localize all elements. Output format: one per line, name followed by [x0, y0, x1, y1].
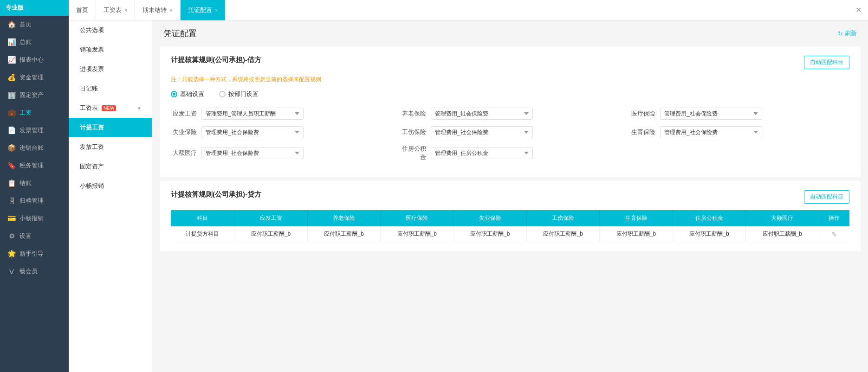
tab-voucher-config-label: 凭证配置	[188, 6, 212, 14]
left-nav-journal[interactable]: 日记账	[69, 79, 152, 98]
page-title: 凭证配置	[163, 28, 197, 39]
sidebar-item-home[interactable]: 🏠 首页	[0, 16, 69, 33]
tab-payroll[interactable]: 工资表 ×	[96, 0, 135, 20]
tab-period-close-close[interactable]: ×	[169, 7, 172, 13]
debit-auto-match-button[interactable]: 自动匹配科目	[804, 56, 849, 69]
left-nav-payroll-table[interactable]: 工资表 NEW ▾	[69, 98, 152, 118]
salary-icon: 💼	[7, 109, 16, 117]
tab-period-close[interactable]: 期末结转 ×	[135, 0, 180, 20]
debit-section: 计提核算规则(公司承担)-借方 自动匹配科目 注：只能选择一种方式，系统将按照您…	[160, 46, 861, 177]
settings-icon: ⚙	[7, 232, 16, 240]
left-nav-issue-salary[interactable]: 发放工资	[69, 137, 152, 157]
close-period-icon: 📋	[7, 179, 16, 187]
left-nav-accrual-salary[interactable]: 计提工资	[69, 118, 152, 137]
credit-section-header: 计提核算规则(公司承担)-贷方 自动匹配科目	[171, 190, 849, 204]
tax-icon: 🔖	[7, 161, 16, 170]
sidebar-item-ledger[interactable]: 📊 总账	[0, 33, 69, 51]
sidebar-item-settings[interactable]: ⚙ 设置	[0, 227, 69, 245]
field-label-shiye: 失业保险	[171, 128, 197, 136]
th-gongshang: 工伤保险	[526, 210, 599, 226]
credit-section-title: 计提核算规则(公司承担)-贷方	[171, 190, 261, 199]
sidebar-item-invoices[interactable]: 📄 发票管理	[0, 122, 69, 139]
debit-form-row-2: 失业保险 管理费用_社会保险费 工伤保险 管理费用_社会保险费 生育保险	[171, 126, 849, 138]
left-nav-fixed-assets[interactable]: 固定资产	[69, 157, 152, 176]
radio-basic-circle	[171, 91, 177, 97]
debit-note: 注：只能选择一种方式，系统将按照您当前的选择来配置规则	[171, 76, 849, 83]
sidebar-item-label: 固定资产	[19, 91, 44, 99]
chart-icon: 📊	[7, 38, 16, 46]
sidebar: 专业版 🏠 首页 📊 总账 📈 报表中心 💰 资金管理 🏢 固定资产 💼 工资 …	[0, 0, 69, 372]
assets-icon: 🏢	[7, 91, 16, 99]
sidebar-item-assets[interactable]: 🏢 固定资产	[0, 86, 69, 104]
member-icon: V	[7, 268, 16, 276]
field-label-yingfa: 应发工资	[171, 109, 197, 118]
credit-table-header-row: 科目 应发工资 养老保险 医疗保险 失业保险 工伤保险 生育保险 住房公积金 大…	[171, 210, 849, 226]
debit-form-row-1: 应发工资 管理费用_管理人员职工薪酬 养老保险 管理费用_社会保险费 医疗保险	[171, 108, 849, 120]
field-select-yanglao[interactable]: 管理费用_社会保险费	[431, 108, 533, 120]
td-yiliao: 应付职工薪酬_b	[381, 226, 453, 242]
sidebar-item-tax[interactable]: 🔖 税务管理	[0, 157, 69, 174]
sidebar-item-xiaochang[interactable]: 💳 小畅报销	[0, 210, 69, 227]
field-shiye-baoxian: 失业保险 管理费用_社会保险费	[171, 126, 391, 138]
field-select-yiliao[interactable]: 管理费用_社会保险费	[660, 108, 762, 120]
xiaochang-icon: 💳	[7, 214, 16, 223]
page-body: 公共选项 销项发票 进项发票 日记账 工资表 NEW ▾ 计提工资 发放工资	[69, 20, 868, 372]
left-nav-sales-invoice[interactable]: 销项发票	[69, 40, 152, 59]
sidebar-item-guide[interactable]: 🌟 新手引导	[0, 245, 69, 263]
sidebar-item-funds[interactable]: 💰 资金管理	[0, 69, 69, 86]
td-edit[interactable]: ✎	[819, 226, 849, 242]
debit-section-header: 计提核算规则(公司承担)-借方 自动匹配科目	[171, 56, 849, 69]
field-select-shengyu[interactable]: 管理费用_社会保险费	[660, 126, 762, 138]
debit-form-row-3: 大额医疗 管理费用_社会保险费 住房公积金 管理费用_住房公积金	[171, 145, 849, 161]
left-nav-public[interactable]: 公共选项	[69, 20, 152, 40]
edit-icon[interactable]: ✎	[831, 231, 837, 238]
td-zhufang: 应付职工薪酬_b	[673, 226, 745, 242]
left-nav-xiaochang-expense[interactable]: 小畅报销	[69, 176, 152, 196]
sidebar-item-reports[interactable]: 📈 报表中心	[0, 51, 69, 69]
sidebar-item-inventory[interactable]: 📦 进销台账	[0, 139, 69, 157]
sidebar-item-archive[interactable]: 🗄 归档管理	[0, 192, 69, 210]
left-nav-purchase-invoice-label: 进项发票	[80, 65, 104, 73]
sidebar-item-member[interactable]: V 畅会员	[0, 263, 69, 280]
credit-table: 科目 应发工资 养老保险 医疗保险 失业保险 工伤保险 生育保险 住房公积金 大…	[171, 210, 849, 242]
field-select-yingfa[interactable]: 管理费用_管理人员职工薪酬	[201, 108, 304, 120]
main-area: 首页 工资表 × 期末结转 × 凭证配置 × ✕ 公共选项 销项发票 进项发票	[69, 0, 868, 372]
left-nav-public-label: 公共选项	[80, 26, 104, 34]
left-nav-purchase-invoice[interactable]: 进项发票	[69, 59, 152, 79]
field-label-zhufang: 住房公积金	[400, 145, 426, 161]
field-select-shiye[interactable]: 管理费用_社会保险费	[201, 126, 304, 138]
td-shengyu: 应付职工薪酬_b	[600, 226, 673, 242]
refresh-button[interactable]: ↻ 刷新	[838, 29, 857, 38]
close-all-tabs[interactable]: ✕	[849, 6, 868, 14]
tab-voucher-config-close[interactable]: ×	[215, 7, 218, 13]
tab-voucher-config[interactable]: 凭证配置 ×	[181, 0, 226, 20]
refresh-label: 刷新	[845, 29, 857, 38]
field-label-gongshang: 工伤保险	[400, 128, 426, 136]
sidebar-item-salary[interactable]: 💼 工资	[0, 104, 69, 122]
left-nav-issue-salary-label: 发放工资	[80, 143, 104, 151]
credit-auto-match-button[interactable]: 自动匹配科目	[804, 190, 849, 204]
sidebar-item-close[interactable]: 📋 结账	[0, 174, 69, 192]
tab-home[interactable]: 首页	[69, 0, 96, 20]
td-shiye: 应付职工薪酬_b	[453, 226, 526, 242]
field-yiliao-baoxian: 医疗保险 管理费用_社会保险费	[629, 108, 849, 120]
radio-department-setting[interactable]: 按部门设置	[219, 90, 259, 98]
tab-payroll-close[interactable]: ×	[124, 7, 127, 13]
tab-period-close-label: 期末结转	[143, 6, 167, 14]
left-nav-accrual-salary-label: 计提工资	[80, 123, 104, 132]
field-shengyu-baoxian: 生育保险 管理费用_社会保险费	[629, 126, 849, 138]
th-daejia: 大额医疗	[746, 210, 819, 226]
tab-payroll-label: 工资表	[104, 6, 122, 14]
field-label-shengyu: 生育保险	[629, 128, 655, 136]
sidebar-item-label: 首页	[19, 20, 32, 29]
radio-department-label: 按部门设置	[228, 90, 259, 98]
guide-icon: 🌟	[7, 250, 16, 258]
field-select-zhufang[interactable]: 管理费用_住房公积金	[431, 147, 533, 159]
field-select-gongshang[interactable]: 管理费用_社会保险费	[431, 126, 533, 138]
field-select-daejia[interactable]: 管理费用_社会保险费	[201, 147, 304, 159]
td-yanglao: 应付职工薪酬_b	[307, 226, 380, 242]
sidebar-item-label: 资金管理	[19, 73, 44, 82]
left-nav-sales-invoice-label: 销项发票	[80, 45, 104, 54]
home-icon: 🏠	[7, 20, 16, 29]
radio-basic-setting[interactable]: 基础设置	[171, 90, 204, 98]
